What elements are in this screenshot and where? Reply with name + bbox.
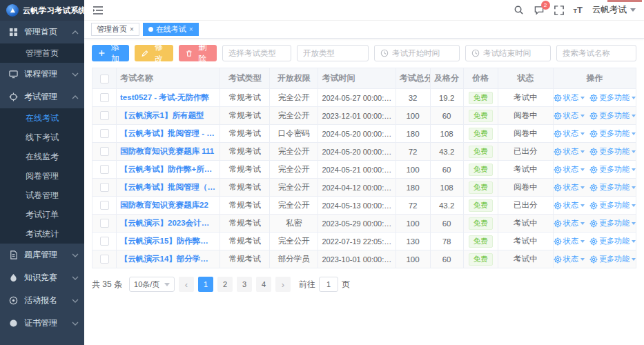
status-dropdown-button[interactable]: 状态 — [554, 200, 585, 210]
tag-online-exam[interactable]: 在线考试 × — [143, 23, 199, 36]
sidebar-item-阅卷管理[interactable]: 阅卷管理 — [0, 166, 84, 186]
status-dropdown-button[interactable]: 状态 — [554, 236, 585, 246]
op-label: 更多功能 — [599, 146, 630, 157]
page-button-1[interactable]: 1 — [198, 277, 213, 292]
checkbox-cell — [92, 250, 117, 268]
more-functions-dropdown-button[interactable]: 更多功能 — [589, 128, 636, 139]
exam-time-cell: 2024-04-12 00:00:00 ~... — [318, 179, 396, 197]
row-checkbox[interactable] — [100, 129, 109, 138]
exam-name-link[interactable]: 【云帆考试】批阅管理 - 0520 — [120, 128, 216, 139]
delete-button[interactable]: 删除 — [179, 45, 217, 61]
sidebar-group-考试管理[interactable]: 考试管理 — [0, 86, 84, 108]
gear-icon — [589, 148, 598, 156]
row-checkbox[interactable] — [100, 237, 109, 246]
sidebar-group-题库管理[interactable]: 题库管理 — [0, 244, 84, 266]
add-button[interactable]: 添加 — [92, 45, 129, 61]
sidebar-item-在线考试[interactable]: 在线考试 — [0, 108, 84, 128]
content: 添加 修改 删除 考试名称考试类型开放权限考试时间考试总分及 — [84, 39, 644, 298]
price-badge: 免费 — [469, 164, 493, 176]
per-page-select[interactable]: 10条/页 — [129, 277, 175, 292]
status-dropdown-button[interactable]: 状态 — [554, 110, 585, 121]
close-icon[interactable]: × — [130, 26, 134, 33]
more-functions-dropdown-button[interactable]: 更多功能 — [589, 254, 636, 264]
gear-icon — [589, 166, 598, 174]
fullscreen-icon[interactable] — [554, 6, 564, 15]
exam-name-link[interactable]: 国防教育知识竞赛题库22 — [120, 200, 216, 210]
exam-name-link[interactable]: test0527 - 考试-无防作弊 — [120, 92, 216, 103]
page-button-4[interactable]: 4 — [256, 277, 271, 292]
edit-button[interactable]: 修改 — [135, 45, 173, 61]
sidebar-item-试卷管理[interactable]: 试卷管理 — [0, 186, 84, 205]
status-dropdown-button[interactable]: 状态 — [554, 92, 585, 103]
more-functions-dropdown-button[interactable]: 更多功能 — [589, 110, 636, 121]
font-size-icon[interactable]: TT — [574, 5, 583, 15]
status-dropdown-button[interactable]: 状态 — [554, 254, 585, 264]
page-button-2[interactable]: 2 — [217, 277, 233, 292]
row-checkbox[interactable] — [100, 219, 109, 228]
sidebar-item-线下考试[interactable]: 线下考试 — [0, 128, 84, 147]
sidebar-item-管理首页[interactable]: 管理首页 — [0, 43, 84, 63]
prev-page-button[interactable]: ‹ — [179, 277, 194, 292]
more-functions-dropdown-button[interactable]: 更多功能 — [589, 164, 636, 175]
checkbox-cell — [92, 233, 117, 250]
status-dropdown-button[interactable]: 状态 — [554, 182, 585, 193]
pass-score-cell: 60 — [430, 250, 463, 268]
sidebar-item-考试订单[interactable]: 考试订单 — [0, 205, 84, 224]
more-functions-dropdown-button[interactable]: 更多功能 — [589, 218, 636, 228]
status-dropdown-button[interactable]: 状态 — [554, 218, 585, 228]
exam-name-link[interactable]: 【云帆演示1】所有题型 — [120, 110, 216, 121]
op-label: 状态 — [563, 254, 578, 264]
sidebar-group-活动报名[interactable]: 活动报名 — [0, 289, 84, 312]
row-checkbox[interactable] — [100, 165, 109, 174]
operation-cell: 状态更多功能 — [553, 215, 636, 233]
close-icon[interactable]: × — [189, 26, 193, 33]
sidebar-group-证书管理[interactable]: 证书管理 — [0, 312, 84, 335]
exam-name-link[interactable]: 【云帆考试】防作弊+所有题型... — [120, 164, 216, 175]
status-dropdown-button[interactable]: 状态 — [554, 146, 585, 157]
status-dropdown-button[interactable]: 状态 — [554, 128, 585, 139]
search-icon[interactable] — [514, 5, 524, 15]
gear-icon — [554, 255, 562, 264]
more-functions-dropdown-button[interactable]: 更多功能 — [589, 182, 636, 193]
chevron-down-icon — [632, 115, 636, 117]
status-dropdown-button[interactable]: 状态 — [554, 164, 585, 175]
sidebar-group-课程管理[interactable]: 课程管理 — [0, 63, 84, 86]
select-all-checkbox[interactable] — [100, 75, 109, 83]
exam-name-cell: 【云帆考试】防作弊+所有题型... — [117, 161, 220, 179]
user-menu[interactable]: 云帆考试 — [592, 4, 636, 16]
status-cell: 已出分 — [498, 197, 553, 215]
filter-input[interactable] — [563, 49, 630, 57]
row-checkbox[interactable] — [100, 201, 109, 210]
sidebar-item-考试统计[interactable]: 考试统计 — [0, 224, 84, 244]
sidebar-item-在线监考[interactable]: 在线监考 — [0, 147, 84, 166]
exam-name-link[interactable]: 【云帆演示】2023会计考试（... — [120, 218, 216, 228]
goto-page-input[interactable] — [319, 277, 338, 292]
exam-name-link[interactable]: 国防教育知识竞赛题库 111 — [120, 146, 216, 157]
more-functions-dropdown-button[interactable]: 更多功能 — [589, 146, 636, 157]
app-logo-row: 云帆学习考试系统 — [0, 0, 84, 21]
row-checkbox[interactable] — [100, 255, 109, 264]
next-page-button[interactable]: › — [275, 277, 291, 292]
exam-name-link[interactable]: 【云帆演示14】部分学员权限增... — [120, 254, 216, 264]
circledot-icon — [9, 296, 19, 306]
filter-input[interactable] — [228, 49, 285, 57]
filter-input[interactable] — [392, 49, 453, 57]
chevron-down-icon — [580, 258, 585, 261]
row-checkbox[interactable] — [100, 111, 109, 120]
filter-input[interactable] — [483, 49, 545, 57]
more-functions-dropdown-button[interactable]: 更多功能 — [589, 92, 636, 103]
sidebar-group-管理首页[interactable]: 管理首页 — [0, 21, 84, 43]
filter-input[interactable] — [303, 49, 362, 57]
row-checkbox[interactable] — [100, 93, 109, 102]
sidebar-collapse-icon[interactable] — [92, 6, 104, 15]
more-functions-dropdown-button[interactable]: 更多功能 — [589, 236, 636, 246]
exam-name-link[interactable]: 【云帆考试】批阅管理（流程：... — [120, 182, 216, 193]
row-checkbox[interactable] — [100, 183, 109, 192]
page-button-3[interactable]: 3 — [237, 277, 252, 292]
message-icon[interactable]: 2 — [534, 5, 545, 15]
tag-admin-home[interactable]: 管理首页 × — [91, 23, 139, 36]
more-functions-dropdown-button[interactable]: 更多功能 — [589, 200, 636, 210]
exam-name-link[interactable]: 【云帆演示15】防作弊（为方便... — [120, 236, 216, 246]
row-checkbox[interactable] — [100, 147, 109, 156]
sidebar-group-知识竞赛[interactable]: 知识竞赛 — [0, 266, 84, 289]
